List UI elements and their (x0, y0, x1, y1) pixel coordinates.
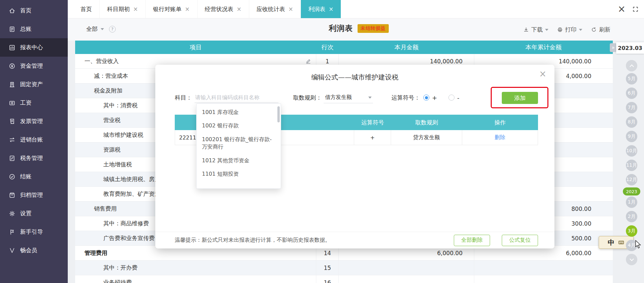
tax-icon (9, 155, 15, 162)
sidebar-item-funds[interactable]: 资金管理 (0, 57, 68, 75)
subject-option[interactable]: 100201 银行存款_银行存款-万安商行 (197, 133, 281, 154)
subject-option[interactable]: 1101 短期投资 (197, 167, 281, 181)
edit-formula-dialog: 编辑公式——城市维护建设税 × 科目： 取数规则： 借方发生额 运算符号： + … (155, 65, 554, 248)
delete-all-button[interactable]: 全部删除 (454, 235, 490, 246)
month-button[interactable]: 6月 (626, 88, 637, 99)
sidebar-item-label: 结账 (20, 173, 32, 180)
toolbar-actions: 下载 打印 刷新 (523, 26, 610, 34)
scope-filter[interactable]: 全部 ? (86, 25, 116, 33)
download-button[interactable]: 下载 (523, 26, 548, 34)
scroll-down-button[interactable] (626, 254, 637, 265)
dialog-close-button[interactable]: × (539, 69, 546, 78)
sidebar-item-label: 畅会员 (20, 246, 37, 254)
cell-item-text: 资源税 (103, 146, 120, 154)
sidebar-item-guide[interactable]: 新手引导 (0, 223, 68, 241)
add-button[interactable]: 添加 (502, 92, 538, 104)
cell-month-amount (339, 261, 474, 275)
subject-option[interactable]: 1002 银行存款 (197, 119, 281, 132)
month-button[interactable]: 3月 (626, 225, 637, 237)
sidebar-item-report[interactable]: 报表中心 (0, 38, 68, 57)
scroll-up-button[interactable] (626, 60, 637, 71)
title-group: 利润表 未结转损益 (329, 23, 389, 34)
tab-item[interactable]: 应收统计表× (249, 0, 301, 18)
help-icon[interactable]: ? (109, 26, 116, 33)
refresh-button[interactable]: 刷新 (591, 26, 610, 34)
window-controls: × (618, 0, 644, 18)
chevron-down-icon (630, 257, 634, 261)
sidebar-item-label: 报表中心 (20, 44, 43, 51)
sidebar-item-settings[interactable]: 设置 (0, 204, 68, 223)
sidebar-item-label: 总账 (20, 25, 32, 33)
report-row[interactable]: 其中：开办费15 (75, 261, 613, 275)
month-button[interactable]: 7月 (626, 102, 637, 113)
delete-link[interactable]: 删除 (495, 134, 505, 141)
month-button[interactable]: 2月 (626, 211, 637, 222)
month-button[interactable]: 8月 (626, 116, 637, 128)
print-button[interactable]: 打印 (557, 26, 582, 34)
subject-option[interactable]: 1001 库存现金 (197, 106, 281, 119)
member-icon (9, 247, 15, 254)
cell-operator: + (354, 130, 391, 145)
report-row[interactable]: 业务招待费16 (75, 275, 613, 283)
tab-close-icon[interactable]: × (133, 6, 138, 12)
cell-item-text: 广告费和业务宣传费 (103, 234, 155, 242)
tab-item[interactable]: 科目期初× (100, 0, 146, 18)
cell-item-text: 其中：开办费 (103, 264, 138, 272)
tab-item[interactable]: 银行对账单× (146, 0, 197, 18)
column-header: 项目 (75, 41, 316, 54)
status-badge[interactable]: 未结转损益 (358, 24, 389, 33)
subject-input[interactable] (195, 92, 278, 103)
sidebar-item-invoice[interactable]: 发票管理 (0, 112, 68, 130)
sidebar-item-salary[interactable]: 工资 (0, 94, 68, 112)
operator-plus-radio[interactable]: + (423, 94, 437, 101)
month-button[interactable]: 1月 (626, 196, 637, 208)
formula-edit-icon[interactable] (305, 58, 311, 64)
scrollbar-thumb[interactable] (277, 106, 280, 122)
dialog-title: 编辑公式——城市维护建设税 (155, 65, 554, 82)
tab-close-icon[interactable]: × (288, 6, 293, 12)
sidebar-item-archive[interactable]: 归档管理 (0, 186, 68, 204)
window-close-button[interactable]: × (618, 4, 626, 14)
tab-item[interactable]: 利润表× (301, 0, 341, 18)
radio-selected-icon (423, 95, 429, 101)
tab-close-icon[interactable]: × (185, 6, 190, 12)
month-button[interactable]: 9月 (626, 131, 637, 142)
sidebar-item-tax[interactable]: 税务管理 (0, 149, 68, 167)
subject-option[interactable]: 1012 其他货币资金 (197, 154, 281, 167)
tab-close-icon[interactable]: × (237, 6, 241, 12)
reset-button[interactable]: 公式复位 (502, 235, 538, 246)
tab-close-icon[interactable]: × (329, 6, 333, 12)
sidebar-item-assets[interactable]: 固定资产 (0, 75, 68, 94)
sidebar-item-trade[interactable]: 进销台账 (0, 130, 68, 149)
tab-label: 经营状况表 (205, 5, 233, 13)
report-icon (9, 44, 15, 51)
cell-item: 其中：开办费 (75, 261, 316, 275)
operator-label: 运算符号： (391, 94, 420, 102)
month-button[interactable]: 4月 (626, 240, 637, 251)
sidebar-item-closing[interactable]: 结账 (0, 167, 68, 186)
chevron-down-icon (579, 29, 582, 31)
sidebar-item-home[interactable]: 首页 (0, 1, 68, 20)
scope-filter-label: 全部 (86, 25, 98, 33)
cell-item-text: 一、营业收入 (85, 57, 119, 65)
sidebar-item-ledger[interactable]: 总账 (0, 20, 68, 38)
cell-item-text: 其中：商品维修费 (103, 220, 149, 227)
month-button[interactable]: 12月 (626, 174, 637, 185)
tab-item[interactable]: 首页 (73, 0, 100, 18)
tab-label: 应收统计表 (257, 5, 285, 13)
month-button[interactable]: 10月 (626, 145, 637, 157)
sidebar-item-member[interactable]: 畅会员 (0, 241, 68, 260)
month-button[interactable]: 5月 (626, 73, 637, 84)
tab-item[interactable]: 经营状况表× (198, 0, 249, 18)
operator-minus-radio[interactable]: - (448, 94, 460, 101)
column-header: 行次 (316, 41, 339, 54)
month-button[interactable]: 11月 (626, 160, 637, 171)
radio-unselected-icon (448, 95, 454, 101)
formula-form: 科目： 取数规则： 借方发生额 运算符号： + - (175, 92, 460, 104)
fullscreen-icon[interactable] (632, 6, 639, 12)
chevron-down-icon (545, 29, 548, 31)
rule-select[interactable]: 借方发生额 (324, 92, 373, 103)
home-icon (9, 7, 15, 14)
formula-column-header: 取数规则 (391, 115, 462, 130)
chevron-down-icon (368, 97, 372, 99)
